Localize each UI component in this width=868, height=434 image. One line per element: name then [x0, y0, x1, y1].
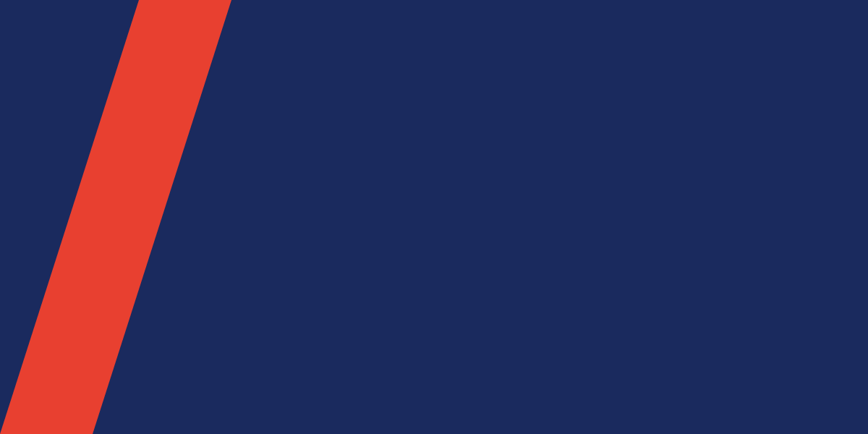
bg-triangle-red-left [0, 0, 231, 434]
